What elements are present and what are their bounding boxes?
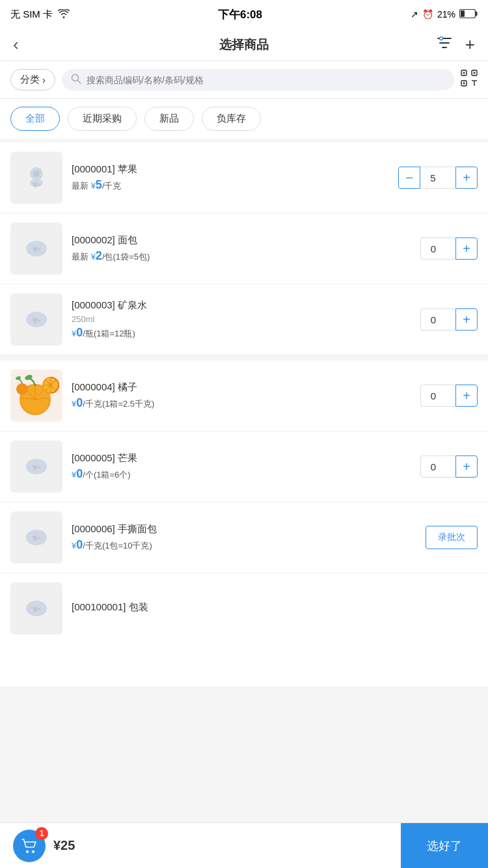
product-price: ¥0/个(1箱=6个) — [72, 467, 411, 481]
qty-input[interactable] — [420, 167, 455, 189]
cart-badge: 1 — [35, 827, 48, 840]
list-item: 智+ [0000003] 矿泉水 250ml ¥0/瓶(1箱=12瓶) + — [0, 284, 488, 355]
product-info: [0000001] 苹果 最新 ¥5/千克 — [72, 163, 389, 192]
qty-input[interactable] — [420, 455, 455, 478]
svg-point-33 — [16, 383, 28, 395]
product-name: [0000003] 矿泉水 — [72, 299, 411, 312]
search-input[interactable] — [87, 75, 445, 85]
record-batch-button[interactable]: 录批次 — [426, 526, 478, 549]
product-name: [000100001] 包装 — [72, 601, 478, 614]
svg-text:智+: 智+ — [33, 536, 41, 541]
price-latest-label: 最新 — [72, 181, 91, 191]
price-unit: /个(1箱=6个) — [83, 470, 130, 480]
svg-point-42 — [32, 850, 34, 853]
product-info: [0000003] 矿泉水 250ml ¥0/瓶(1箱=12瓶) — [72, 299, 411, 340]
product-image: 智+ — [10, 511, 62, 563]
cart-total: ¥25 — [53, 838, 75, 853]
price-unit: /千克 — [102, 181, 122, 191]
cart-button[interactable]: 1 — [13, 830, 46, 862]
filter-tabs: 全部 近期采购 新品 负库存 — [0, 99, 488, 142]
svg-text:智+: 智+ — [33, 465, 41, 470]
price-value: 0 — [76, 396, 83, 409]
product-image: 智+ — [10, 152, 62, 204]
product-list: 智+ [0000001] 苹果 最新 ¥5/千克 − + 智+ — [0, 142, 488, 687]
list-item: [0000004] 橘子 ¥0/千克(1箱=2.5千克) + — [0, 360, 488, 431]
product-name: [0000002] 面包 — [72, 234, 411, 247]
carrier-text: 无 SIM 卡 — [10, 8, 53, 21]
product-image: 智+ — [10, 293, 62, 346]
product-image: 智+ — [10, 582, 62, 634]
qty-control: + — [420, 455, 478, 478]
qty-plus-button[interactable]: + — [455, 237, 478, 260]
confirm-button[interactable]: 选好了 — [401, 823, 488, 869]
placeholder-icon: 智+ — [10, 582, 62, 634]
product-price: 最新 ¥5/千克 — [72, 178, 389, 192]
cart-area: 1 ¥25 — [0, 830, 401, 862]
time-display: 下午6:08 — [218, 7, 262, 22]
back-button[interactable]: ‹ — [13, 34, 19, 55]
nav-right: + — [437, 34, 475, 55]
qty-plus-button[interactable]: + — [455, 167, 478, 189]
product-image — [10, 370, 62, 422]
wifi-icon — [58, 9, 70, 20]
page-title: 选择商品 — [219, 36, 269, 53]
status-right: ↗ ⏰ 21% — [411, 9, 478, 20]
svg-rect-1 — [475, 11, 477, 16]
svg-text:智+: 智+ — [33, 182, 41, 188]
qty-control: − + — [398, 167, 478, 189]
list-item: 智+ [0000006] 手撕面包 ¥0/千克(1包=10千克) 录批次 — [0, 502, 488, 573]
qty-control: + — [420, 308, 478, 331]
tab-all[interactable]: 全部 — [10, 107, 60, 131]
price-value: 0 — [76, 538, 83, 551]
svg-rect-13 — [474, 72, 476, 74]
product-image: 智+ — [10, 441, 62, 493]
price-unit: /千克(1箱=2.5千克) — [83, 399, 154, 409]
filter-icon[interactable] — [437, 36, 452, 54]
qty-input[interactable] — [420, 308, 455, 331]
price-value: 2 — [96, 249, 102, 262]
qty-control: + — [420, 237, 478, 260]
placeholder-icon: 智+ — [10, 511, 62, 563]
qty-plus-button[interactable]: + — [455, 455, 478, 478]
price-latest-label: 最新 — [72, 252, 91, 262]
product-price: 最新 ¥2/包(1袋=5包) — [72, 249, 411, 263]
product-name: [0000005] 芒果 — [72, 452, 411, 465]
chevron-right-icon: › — [42, 74, 46, 85]
price-symbol: ¥ — [91, 181, 96, 191]
product-info: [0000002] 面包 最新 ¥2/包(1袋=5包) — [72, 234, 411, 263]
svg-point-19 — [33, 170, 40, 177]
status-left: 无 SIM 卡 — [10, 8, 70, 21]
product-name: [0000001] 苹果 — [72, 163, 389, 176]
nav-bar: ‹ 选择商品 + — [0, 29, 488, 61]
search-input-wrap — [62, 69, 454, 90]
product-spec: 250ml — [72, 314, 411, 324]
tab-recent[interactable]: 近期采购 — [68, 107, 137, 131]
placeholder-icon: 智+ — [10, 441, 62, 493]
tab-new[interactable]: 新品 — [144, 107, 194, 131]
qty-plus-button[interactable]: + — [455, 385, 478, 407]
category-button[interactable]: 分类 › — [10, 69, 55, 90]
list-item: 智+ [0000001] 苹果 最新 ¥5/千克 − + — [0, 142, 488, 213]
placeholder-icon: 智+ — [10, 152, 62, 204]
svg-line-8 — [78, 81, 81, 84]
qty-input[interactable] — [420, 385, 455, 407]
product-info: [0000006] 手撕面包 ¥0/千克(1包=10千克) — [72, 523, 416, 552]
qty-input[interactable] — [420, 237, 455, 260]
svg-rect-2 — [461, 10, 465, 17]
battery-icon — [459, 9, 478, 20]
svg-rect-12 — [463, 72, 465, 74]
price-value: 0 — [76, 326, 83, 339]
qty-plus-button[interactable]: + — [455, 308, 478, 331]
tab-negative[interactable]: 负库存 — [202, 107, 261, 131]
list-item: 智+ [000100001] 包装 — [0, 573, 488, 687]
add-button[interactable]: + — [465, 34, 475, 55]
nav-left: ‹ — [13, 34, 19, 55]
bottom-bar: 1 ¥25 选好了 — [0, 822, 488, 868]
product-price: ¥0/千克(1箱=2.5千克) — [72, 396, 411, 410]
qty-control: + — [420, 385, 478, 407]
scan-icon[interactable] — [461, 70, 478, 90]
qty-minus-button[interactable]: − — [398, 167, 420, 189]
product-info: [0000004] 橘子 ¥0/千克(1箱=2.5千克) — [72, 381, 411, 410]
price-unit: /千克(1包=10千克) — [83, 541, 152, 550]
price-value: 5 — [96, 178, 102, 191]
